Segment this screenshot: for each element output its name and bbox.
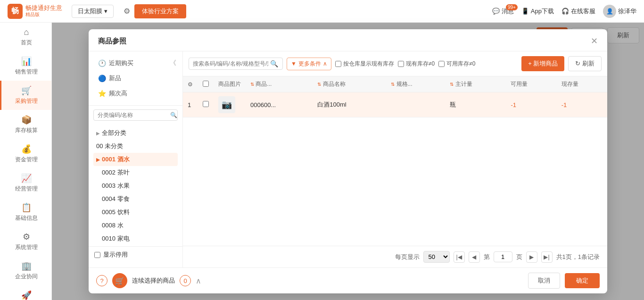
guide-icon: 🚀 (21, 290, 32, 300)
current-stock-label: 现有库存≠0 (406, 60, 435, 68)
sidebar-item-home[interactable]: ⌂ 首页 (0, 23, 51, 51)
layout: ⌂ 首页 📊 销售管理 🛒 采购管理 📦 库存核算 💰 资金管理 📈 经营管理 … (0, 23, 644, 300)
add-product-button[interactable]: + 新增商品 (521, 56, 564, 71)
available-stock-checkbox[interactable] (438, 61, 445, 67)
col-check (198, 76, 214, 92)
sort-icon-name: ⇅ (317, 82, 321, 87)
col-available: 可用量 (506, 76, 556, 92)
cat-0001[interactable]: ▶ 0001 酒水 (93, 153, 178, 166)
display-stopped[interactable]: 显示停用 (89, 246, 182, 263)
product-reference-dialog: 商品参照 ✕ 🕐 近期购买 (89, 29, 607, 293)
current-stock-checkbox-group[interactable]: 现有库存≠0 (398, 60, 435, 68)
page-last-btn[interactable]: ▶| (541, 251, 553, 263)
per-page-label: 每页显示 (395, 253, 420, 261)
page-prev-btn[interactable]: ◀ (469, 251, 480, 263)
cat-0010[interactable]: 0010 家电 (93, 232, 178, 245)
basic-icon: 📋 (21, 202, 32, 213)
tab-frequent[interactable]: ⭐ 频次高 (93, 86, 178, 100)
col-img: 商品图片 (214, 76, 246, 92)
quick-tabs: 🕐 近期购买 《 🔵 新品 ⭐ 频次高 (89, 56, 182, 106)
product-search-box[interactable]: 🔍 (189, 58, 283, 70)
display-stopped-checkbox[interactable] (94, 252, 100, 258)
cat-0003[interactable]: 0003 水果 (93, 179, 178, 192)
col-settings[interactable]: ⚙ (183, 76, 198, 92)
row-index: 1 (183, 92, 198, 117)
help-icon[interactable]: ? (96, 275, 107, 286)
col-unit[interactable]: ⇅ 主计量 (445, 76, 506, 92)
cat-0002[interactable]: 0002 茶叶 (93, 166, 178, 179)
sidebar-item-inventory[interactable]: 📦 库存核算 (0, 110, 51, 139)
search-icon[interactable]: 🔍 (270, 60, 278, 67)
search-icon[interactable]: 🔍 (170, 112, 177, 118)
display-stopped-label: 显示停用 (103, 250, 128, 259)
cancel-button[interactable]: 取消 (528, 273, 560, 289)
product-search-input[interactable] (193, 60, 268, 67)
cat-all[interactable]: ▶ 全部分类 (93, 126, 178, 140)
sidebar-item-enterprise[interactable]: 🏢 企业协同 (0, 256, 51, 285)
collapse-icon[interactable]: 《 (168, 58, 178, 68)
purchase-icon: 🛒 (21, 85, 32, 96)
sidebar-item-finance[interactable]: 💰 资金管理 (0, 139, 51, 168)
warehouse-stock-checkbox[interactable] (335, 61, 341, 67)
col-name[interactable]: ⇅ 商品名称 (313, 76, 386, 92)
user-profile[interactable]: 👤 徐泽华 (603, 5, 636, 18)
system-icon: ⚙ (23, 232, 30, 242)
available-stock-checkbox-group[interactable]: 可用库存≠0 (438, 60, 475, 68)
branch-selector[interactable]: 日太阳膜 ▾ (72, 5, 114, 18)
warehouse-stock-checkbox-group[interactable]: 按仓库显示现有库存 (335, 60, 394, 68)
col-spec[interactable]: ⇅ 规格... (386, 76, 445, 92)
dialog-overlay: 商品参照 ✕ 🕐 近期购买 (52, 23, 644, 300)
cat-0005[interactable]: 0005 饮料 (93, 206, 178, 219)
cat-0008[interactable]: 0008 水 (93, 219, 178, 232)
product-table-container: ⚙ 商品图片 ⇅ 商品... ⇅ 商品名称 (183, 76, 607, 246)
row-check[interactable] (198, 92, 214, 117)
cat-0004[interactable]: 0004 零食 (93, 192, 178, 206)
tab-recent[interactable]: 🕐 近期购买 (93, 56, 138, 70)
settings-icon[interactable]: ⚙ (119, 4, 134, 19)
dialog-title: 商品参照 (98, 37, 126, 46)
sidebar: ⌂ 首页 📊 销售管理 🛒 采购管理 📦 库存核算 💰 资金管理 📈 经营管理 … (0, 23, 52, 300)
row-available: -1 (506, 92, 556, 117)
close-icon[interactable]: ✕ (591, 36, 598, 46)
sidebar-item-business[interactable]: 📈 经营管理 (0, 168, 51, 198)
logo: 畅 畅捷通好生意 精品版 (8, 4, 62, 19)
col-code[interactable]: ⇅ 商品... (246, 76, 313, 92)
sort-icon-unit: ⇅ (450, 82, 454, 87)
online-service-btn[interactable]: 🎧 在线客服 (561, 7, 595, 16)
cat-00[interactable]: 00 未分类 (93, 140, 178, 153)
main-content: 查询 设置 刷新 商品参照 ✕ (52, 23, 644, 300)
footer-left: ? 🛒 连续选择的商品 0 ∧ (96, 273, 201, 288)
collapse-footer-icon[interactable]: ∧ (196, 276, 201, 285)
category-search-input[interactable] (98, 112, 168, 118)
current-stock-checkbox[interactable] (398, 61, 404, 67)
logo-icon: 畅 (8, 4, 23, 19)
tab-new[interactable]: 🔵 新品 (93, 71, 178, 85)
col-stock: 现存量 (557, 76, 607, 92)
headset-icon: 🎧 (561, 8, 569, 15)
table-row[interactable]: 1 📷 000600... 白酒100ml 瓶 (183, 92, 607, 117)
sidebar-item-purchase[interactable]: 🛒 采购管理 (0, 81, 51, 110)
sidebar-item-basic[interactable]: 📋 基础信息 (0, 198, 51, 227)
confirm-button[interactable]: 确定 (565, 273, 600, 288)
page-input[interactable] (494, 251, 512, 262)
app-download-btn[interactable]: 📱 App下载 (521, 7, 554, 16)
sidebar-item-sales[interactable]: 📊 销售管理 (0, 51, 51, 81)
continuous-text: 连续选择的商品 (132, 276, 175, 285)
per-page-select[interactable]: 50 100 (423, 251, 450, 263)
page-first-btn[interactable]: |◀ (454, 251, 465, 263)
experience-btn[interactable]: 体验行业方案 (134, 4, 186, 18)
page-next-btn[interactable]: ▶ (526, 251, 537, 263)
enterprise-icon: 🏢 (21, 261, 32, 271)
refresh-table-button[interactable]: ↻ 刷新 (568, 56, 602, 71)
sidebar-item-system[interactable]: ⚙ 系统管理 (0, 227, 51, 256)
sidebar-label-inventory: 库存核算 (15, 126, 38, 134)
messages-btn[interactable]: 💬 消息 99+ (492, 7, 514, 16)
row-unit: 瓶 (445, 92, 506, 117)
category-search[interactable]: 🔍 (93, 109, 178, 121)
sidebar-item-guide[interactable]: 🚀 新手引导 (0, 285, 51, 300)
more-filters-btn[interactable]: ▼ 更多条件 ∧ (287, 58, 331, 70)
cart-icon[interactable]: 🛒 (112, 273, 127, 288)
sidebar-label-sales: 销售管理 (15, 68, 38, 76)
select-all-checkbox[interactable] (203, 81, 209, 87)
available-stock-label: 可用库存≠0 (446, 60, 475, 68)
